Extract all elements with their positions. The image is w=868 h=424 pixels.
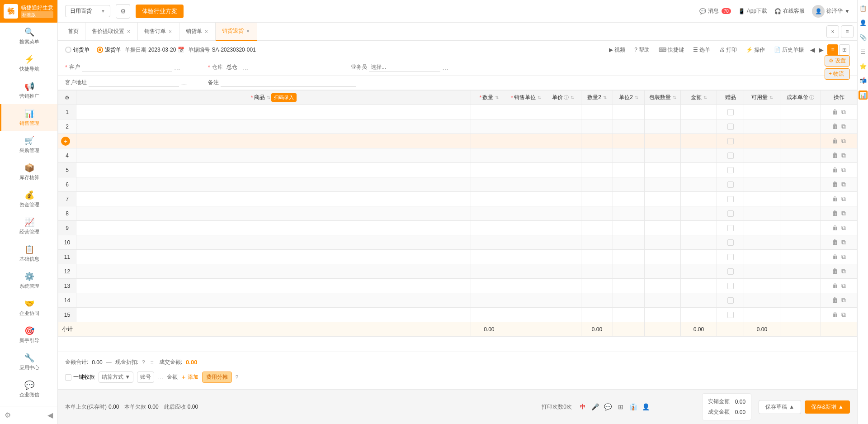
history-btn[interactable]: 📄 历史单据 (771, 45, 807, 55)
unit-cell-7[interactable] (507, 192, 545, 206)
pack-cell-11[interactable] (645, 250, 681, 264)
pack-cell-1[interactable] (645, 105, 681, 119)
unit-cell-14[interactable] (507, 293, 545, 308)
unit-cell-3[interactable] (507, 134, 545, 148)
qty2-cell-12[interactable] (581, 264, 613, 279)
available-cell-11[interactable] (744, 250, 780, 264)
price-cell-11[interactable] (545, 250, 581, 264)
price-cell-6[interactable] (545, 177, 581, 192)
qty2-cell-8[interactable] (581, 206, 613, 221)
product-cell-14[interactable] (76, 293, 471, 308)
tab-close-sales-return[interactable]: × (245, 27, 250, 35)
cost-info-icon[interactable]: ⓘ (809, 94, 814, 101)
copy-row-btn-11[interactable]: ⧉ (841, 253, 846, 260)
next-record-btn[interactable]: ▶ (819, 46, 824, 53)
pack-cell-13[interactable] (645, 279, 681, 293)
copy-row-btn-6[interactable]: ⧉ (841, 181, 846, 188)
qty-cell-2[interactable] (471, 119, 507, 134)
qty-cell-6[interactable] (471, 177, 507, 192)
unit2-cell-14[interactable] (613, 293, 645, 308)
price-cell-13[interactable] (545, 279, 581, 293)
gift-cell-12[interactable] (717, 264, 744, 279)
tab-sales-order[interactable]: 销售订单 × (138, 23, 179, 41)
qty2-cell-5[interactable] (581, 163, 613, 177)
sidebar-item-quick-nav[interactable]: ⚡ 快捷导航 (0, 50, 57, 77)
available-cell-8[interactable] (744, 206, 780, 221)
cost-cell-15[interactable] (780, 308, 821, 322)
available-cell-3[interactable] (744, 134, 780, 148)
amount-cell-1[interactable] (681, 105, 717, 119)
settings-action-btn[interactable]: ⚙ 设置 (825, 55, 850, 67)
product-cell-9[interactable] (76, 221, 471, 235)
product-cell-10[interactable] (76, 235, 471, 250)
grid-icon[interactable]: ⊞ (615, 401, 626, 412)
account-selector[interactable]: 账号 (137, 372, 154, 383)
price-cell-8[interactable] (545, 206, 581, 221)
amount-cell-5[interactable] (681, 163, 717, 177)
product-cell-3[interactable] (76, 134, 471, 148)
pack-cell-9[interactable] (645, 221, 681, 235)
qty2-cell-13[interactable] (581, 279, 613, 293)
price-cell-7[interactable] (545, 192, 581, 206)
unit-cell-13[interactable] (507, 279, 545, 293)
delete-row-btn-8[interactable]: 🗑 (832, 210, 838, 217)
select-btn[interactable]: ☰ 选单 (690, 45, 713, 55)
gift-cell-8[interactable] (717, 206, 744, 221)
chat-icon[interactable]: 💬 (603, 401, 613, 412)
qty2-cell-7[interactable] (581, 192, 613, 206)
qty2-cell-4[interactable] (581, 148, 613, 163)
qty-cell-3[interactable] (471, 134, 507, 148)
unit2-cell-4[interactable] (613, 148, 645, 163)
qty-cell-4[interactable] (471, 148, 507, 163)
sidebar-item-wechat[interactable]: 💬 企业微信 (0, 376, 57, 403)
copy-row-btn-12[interactable]: ⧉ (841, 267, 846, 275)
qty2-cell-10[interactable] (581, 235, 613, 250)
one-key-payment-checkbox[interactable]: 一键收款 (65, 373, 95, 381)
gift-checkbox-2[interactable] (727, 124, 734, 130)
grid-view-btn[interactable]: ⊞ (839, 44, 850, 55)
amount-cell-14[interactable] (681, 293, 717, 308)
logistics-btn[interactable]: + 物流 (825, 68, 850, 80)
sidebar-item-basic-info[interactable]: 📋 基础信息 (0, 240, 57, 267)
copy-row-btn-4[interactable]: ⧉ (841, 152, 846, 159)
delete-row-btn-9[interactable]: 🗑 (832, 224, 838, 231)
amount-cell-10[interactable] (681, 235, 717, 250)
pack-cell-15[interactable] (645, 308, 681, 322)
right-sidebar-btn-active[interactable]: 📊 (859, 91, 868, 100)
user-menu[interactable]: 👤 徐泽华 ▼ (812, 5, 850, 18)
salesperson-select-btn[interactable]: … (442, 64, 448, 71)
delete-row-btn-13[interactable]: 🗑 (832, 282, 838, 289)
cost-cell-8[interactable] (780, 206, 821, 221)
available-sort-icon[interactable]: ⇅ (769, 95, 773, 100)
prev-record-btn[interactable]: ◀ (810, 46, 815, 53)
sidebar-item-inventory[interactable]: 📦 库存核算 (0, 158, 57, 186)
gift-checkbox-9[interactable] (727, 225, 734, 231)
add-row-btn[interactable]: + (61, 137, 70, 146)
unit-cell-9[interactable] (507, 221, 545, 235)
sidebar-item-enterprise[interactable]: 🤝 企业协同 (0, 294, 57, 321)
available-cell-2[interactable] (744, 119, 780, 134)
header-settings-btn[interactable]: ⚙ (116, 4, 130, 19)
amount-cell-4[interactable] (681, 148, 717, 163)
copy-row-btn-9[interactable]: ⧉ (841, 224, 846, 231)
sidebar-item-search[interactable]: 🔍 搜索菜单 (0, 23, 57, 50)
gift-checkbox-4[interactable] (727, 152, 734, 159)
notification-btn[interactable]: 💬 消息 70 (699, 7, 731, 15)
cost-cell-10[interactable] (780, 235, 821, 250)
amount-cell-7[interactable] (681, 192, 717, 206)
scan-entry-btn[interactable]: 扫码录入 (271, 93, 297, 102)
sidebar-item-marketing[interactable]: 📢 营销推广 (0, 77, 57, 104)
price-cell-1[interactable] (545, 105, 581, 119)
right-sidebar-btn-4[interactable]: ☰ (859, 47, 868, 56)
unit-sort-icon[interactable]: ⇅ (538, 95, 541, 100)
gift-cell-11[interactable] (717, 250, 744, 264)
unit-cell-12[interactable] (507, 264, 545, 279)
warehouse-select-btn[interactable]: … (243, 64, 249, 71)
unit2-cell-7[interactable] (613, 192, 645, 206)
sidebar-item-app-center[interactable]: 🔧 应用中心 (0, 348, 57, 376)
delete-row-btn-12[interactable]: 🗑 (832, 267, 838, 275)
product-cell-4[interactable] (76, 148, 471, 163)
available-cell-4[interactable] (744, 148, 780, 163)
right-sidebar-btn-6[interactable]: 📬 (859, 76, 868, 85)
amount-cell-6[interactable] (681, 177, 717, 192)
